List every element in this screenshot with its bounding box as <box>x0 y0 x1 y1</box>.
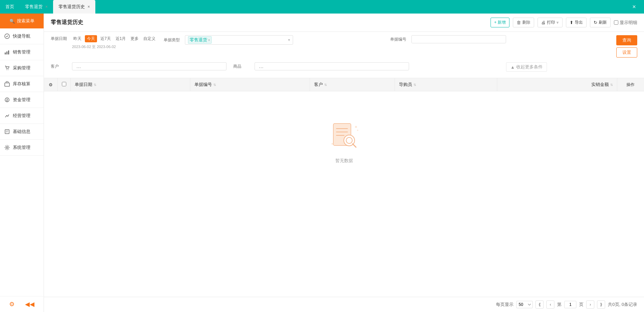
customer-sort-icon: ⇅ <box>324 83 327 87</box>
basic-info-icon <box>4 129 10 135</box>
table-body: 暂无数据 <box>44 91 644 191</box>
th-date-label: 单据日期 <box>75 82 92 88</box>
doc-type-label: 单据类型 <box>164 37 182 43</box>
th-amount[interactable]: 实销金额 ⇅ <box>497 78 617 91</box>
top-bar: 首页 零售退货 × 零售退货历史 × × <box>0 0 644 14</box>
sidebar-item-operations-label: 经营管理 <box>13 113 30 119</box>
svg-rect-6 <box>5 83 9 86</box>
sidebar-search-label: 搜索菜单 <box>17 18 34 24</box>
page-size-select[interactable]: 10 20 50 100 <box>516 301 533 308</box>
th-number[interactable]: 单据编号 ⇅ <box>190 78 310 91</box>
print-button[interactable]: 🖨 打印 ▾ <box>538 18 563 27</box>
delete-icon: 🗑 <box>517 20 521 25</box>
tab-retail-return-label: 零售退货 <box>25 4 43 10</box>
svg-point-5 <box>8 69 8 70</box>
date-opt-7days[interactable]: 近7天 <box>99 35 112 42</box>
system-mgmt-icon <box>4 144 10 151</box>
date-opt-yesterday[interactable]: 昨天 <box>72 35 83 42</box>
date-opt-custom[interactable]: 自定义 <box>142 35 157 42</box>
sidebar-item-sales-mgmt[interactable]: 销售管理 <box>0 44 44 60</box>
goods-label: 商品 <box>233 64 252 69</box>
tab-home[interactable]: 首页 <box>0 0 20 14</box>
date-options: 昨天 今天 近7天 近1月 更多 自定义 <box>72 35 157 42</box>
new-button[interactable]: + 新增 <box>491 18 509 27</box>
query-actions: 查询 设置 <box>616 35 637 58</box>
empty-illustration <box>327 118 361 152</box>
date-opt-today[interactable]: 今天 <box>85 35 97 42</box>
tab-retail-return-history-close[interactable]: × <box>88 4 90 9</box>
next-page-button[interactable]: › <box>586 300 594 309</box>
header-actions: + 新增 🗑 🗑 删除 删除 🖨 打印 ▾ ⬆ 导出 ↻ 刷新 <box>491 18 637 27</box>
display-detail-input[interactable] <box>614 20 618 25</box>
svg-point-19 <box>331 143 333 145</box>
refresh-icon: ↻ <box>594 20 597 25</box>
th-checkbox[interactable] <box>57 78 70 91</box>
sidebar-item-operations[interactable]: 经营管理 <box>0 108 44 124</box>
th-guide-label: 导购员 <box>399 82 412 88</box>
sidebar-item-quick-nav[interactable]: 快捷导航 <box>0 28 44 44</box>
svg-rect-3 <box>8 50 9 54</box>
sidebar-item-inventory[interactable]: 库存核算 <box>0 76 44 92</box>
customer-input[interactable]: ... <box>72 62 226 70</box>
customer-dots[interactable]: ... <box>75 63 82 69</box>
volume-icon[interactable]: ◀◀ <box>25 300 34 308</box>
th-action: 操作 <box>617 78 644 91</box>
settings-icon[interactable]: ⚙ <box>9 300 15 308</box>
delete-button[interactable]: 🗑 🗑 删除 删除 <box>513 18 534 27</box>
refresh-button[interactable]: ↻ 刷新 <box>590 18 611 27</box>
filter-settings-button[interactable]: 设置 <box>616 47 637 58</box>
guide-sort-icon: ⇅ <box>413 83 416 87</box>
tab-retail-return[interactable]: 零售退货 × <box>20 0 53 14</box>
prev-page-button[interactable]: ‹ <box>546 300 554 309</box>
sidebar-item-basic-info[interactable]: 基础信息 <box>0 124 44 140</box>
doc-type-tag[interactable]: 零售退货 × <box>188 36 212 44</box>
th-gear[interactable]: ⚙ <box>44 78 57 91</box>
tab-retail-return-close[interactable]: × <box>45 4 48 9</box>
doc-number-input[interactable] <box>411 35 506 43</box>
collapse-button[interactable]: ▲ 收起更多条件 <box>506 62 547 72</box>
svg-point-4 <box>6 69 7 70</box>
doc-type-input[interactable]: 零售退货 × ▾ <box>185 35 293 45</box>
doc-type-dropdown-icon[interactable]: ▾ <box>288 38 290 42</box>
tab-home-label: 首页 <box>5 4 14 10</box>
data-table: ⚙ 单据日期 ⇅ 单据编号 <box>44 78 644 191</box>
sidebar-item-system-mgmt[interactable]: 系统管理 <box>0 140 44 156</box>
table-wrapper: ⚙ 单据日期 ⇅ 单据编号 <box>44 78 644 297</box>
inventory-icon <box>4 81 10 87</box>
export-button[interactable]: ⬆ 导出 <box>566 18 587 27</box>
tab-bar: 首页 零售退货 × 零售退货历史 × <box>0 0 629 14</box>
first-page-button[interactable]: ⟪ <box>535 300 544 309</box>
page-number-input[interactable] <box>564 301 576 308</box>
sidebar-search[interactable]: 🔍 搜索菜单 <box>0 14 44 28</box>
svg-rect-2 <box>6 51 7 54</box>
date-sort-icon: ⇅ <box>94 83 96 87</box>
page-label-after: 页 <box>579 302 583 308</box>
th-date[interactable]: 单据日期 ⇅ <box>70 78 190 91</box>
tab-retail-return-history[interactable]: 零售退货历史 × <box>53 0 95 14</box>
date-opt-1month[interactable]: 近1月 <box>114 35 127 42</box>
doc-type-tag-close[interactable]: × <box>208 38 210 42</box>
empty-text: 暂无数据 <box>335 158 353 164</box>
query-button[interactable]: 查询 <box>616 35 637 45</box>
filter-section: 单据日期 昨天 今天 近7天 近1月 更多 自定义 2023-06-02 至 2… <box>44 32 644 78</box>
date-opt-more[interactable]: 更多 <box>129 35 140 42</box>
amount-sort-icon: ⇅ <box>610 83 613 87</box>
goods-input[interactable]: ... <box>255 62 409 70</box>
empty-state: 暂无数据 <box>44 91 644 191</box>
goods-dots[interactable]: ... <box>258 63 265 69</box>
sidebar-item-quick-nav-label: 快捷导航 <box>13 33 30 39</box>
sidebar-item-purchase-mgmt[interactable]: 采购管理 <box>0 60 44 76</box>
last-page-button[interactable]: ⟫ <box>597 300 605 309</box>
window-close-button[interactable]: × <box>629 3 639 10</box>
select-all-checkbox[interactable] <box>62 82 66 86</box>
tab-retail-return-history-label: 零售退货历史 <box>58 4 85 10</box>
th-number-label: 单据编号 <box>194 82 212 88</box>
sidebar-bottom: ⚙ ◀◀ <box>0 296 44 312</box>
th-amount-label: 实销金额 <box>591 82 609 88</box>
empty-state-cell: 暂无数据 <box>44 91 644 191</box>
th-guide[interactable]: 导购员 ⇅ <box>395 78 497 91</box>
display-detail-checkbox[interactable]: 显示明细 <box>614 20 637 26</box>
sidebar-item-finance[interactable]: 资金管理 <box>0 92 44 108</box>
th-customer[interactable]: 客户 ⇅ <box>310 78 395 91</box>
gear-icon[interactable]: ⚙ <box>49 82 53 87</box>
